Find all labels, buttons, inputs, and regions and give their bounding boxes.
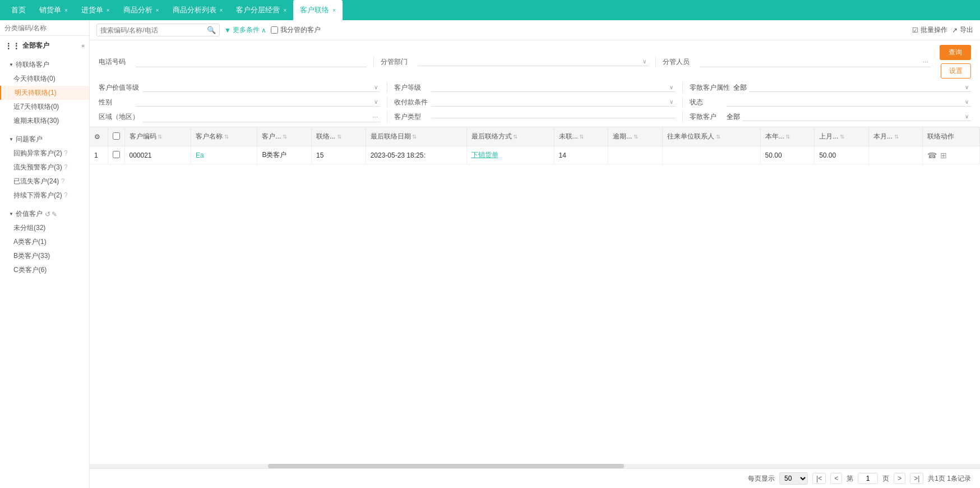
top-nav: 首页 销货单 × 进货单 × 商品分析 × 商品分析列表 × 客户分层经营 × …: [0, 0, 980, 20]
close-icon[interactable]: ×: [332, 7, 336, 13]
col-last-contact-date[interactable]: 最后联络日期: [366, 127, 466, 146]
close-icon[interactable]: ×: [64, 7, 68, 13]
sidebar-item-class-a[interactable]: A类客户(1): [0, 235, 89, 249]
col-customer-code[interactable]: 客户编码: [124, 127, 191, 146]
nav-customer-tier[interactable]: 客户分层经营 ×: [229, 0, 293, 20]
my-customers-checkbox-label[interactable]: 我分管的客户: [271, 25, 321, 35]
sidebar-item-overdue-contact[interactable]: 逾期未联络(30): [0, 114, 89, 128]
search-box[interactable]: 🔍: [96, 24, 220, 36]
sidebar-item-lost-warning[interactable]: 流失预警客户(3) ?: [0, 160, 89, 174]
nav-customer-contact[interactable]: 客户联络 ×: [293, 0, 343, 20]
col-checkbox[interactable]: [108, 127, 124, 146]
sidebar-search-box[interactable]: 🔍: [0, 20, 89, 36]
sidebar-pending-contact-header[interactable]: ▼ 待联络客户: [0, 58, 89, 72]
payment-select[interactable]: ∨: [431, 98, 676, 107]
sidebar-item-ungrouped[interactable]: 未分组(32): [0, 221, 89, 235]
customer-value-level-select[interactable]: ∨: [142, 83, 380, 92]
page-number-input[interactable]: [858, 473, 878, 484]
col-this-year[interactable]: 本年...: [760, 127, 815, 146]
sidebar-item-class-b[interactable]: B类客户(33): [0, 249, 89, 263]
sidebar-problem-customer-header[interactable]: ▼ 问题客户: [0, 132, 89, 146]
close-icon[interactable]: ×: [107, 7, 110, 13]
col-customer-class[interactable]: 客户...: [257, 127, 312, 146]
edit-icon[interactable]: ✎: [52, 210, 57, 218]
grid-action-icon[interactable]: ⊞: [940, 151, 947, 160]
filter-status: 状态 ∨: [690, 98, 971, 107]
sidebar-section-problem: ▼ 问题客户 回购异常客户(2) ? 流失预警客户(3) ? 已流失客户(24)…: [0, 130, 89, 205]
sidebar-value-customer-header[interactable]: ▼ 价值客户 ↺ ✎: [0, 207, 89, 221]
cell-last-contact-method[interactable]: 下销货单: [466, 146, 554, 164]
close-icon[interactable]: ×: [283, 7, 286, 13]
more-conditions-button[interactable]: ▼ 更多条件 ∧: [224, 25, 266, 35]
my-customers-checkbox[interactable]: [271, 26, 278, 34]
sidebar-item-already-lost[interactable]: 已流失客户(24) ?: [0, 174, 89, 188]
payment-label: 收付款条件: [394, 98, 428, 107]
retail-attr-select[interactable]: ∨: [749, 83, 971, 92]
query-group: 查询 设置: [937, 45, 971, 79]
branch-dept-select[interactable]: ∨: [418, 57, 649, 66]
customer-type-select[interactable]: [431, 116, 676, 118]
col-this-month[interactable]: 本月...: [868, 127, 923, 146]
sidebar-item-class-c[interactable]: C类客户(6): [0, 263, 89, 277]
nav-product-analysis-list[interactable]: 商品分析列表 ×: [166, 0, 230, 20]
col-overdue[interactable]: 逾期...: [608, 127, 663, 146]
nav-sales-order[interactable]: 销货单 ×: [33, 0, 75, 20]
contact-method-link[interactable]: 下销货单: [471, 151, 498, 159]
customer-level-select[interactable]: ∨: [431, 83, 676, 92]
sidebar-item-tomorrow-contact[interactable]: 明天待联络(1): [0, 86, 89, 100]
export-button[interactable]: ↗ 导出: [952, 25, 973, 35]
next-page-button[interactable]: >: [894, 473, 905, 484]
table-row: 1 000021 Ea B类客户 15 2023-05-23 18:25: 下销…: [90, 146, 980, 164]
search-input[interactable]: [100, 26, 207, 34]
close-icon[interactable]: ×: [220, 7, 223, 13]
region-select[interactable]: ···: [142, 112, 380, 122]
prev-page-button[interactable]: <: [830, 473, 842, 484]
col-contact-count[interactable]: 联络...: [312, 127, 366, 146]
nav-purchase-order[interactable]: 进货单 ×: [75, 0, 117, 20]
per-page-select[interactable]: 50 100 200: [779, 472, 808, 485]
last-page-button[interactable]: >|: [910, 473, 923, 484]
batch-operate-button[interactable]: ☑ 批量操作: [912, 25, 947, 35]
triangle-icon: ▼: [9, 137, 13, 142]
grid-icon: ⋮⋮: [4, 42, 20, 50]
horizontal-scrollbar[interactable]: [90, 464, 980, 468]
phone-action-icon[interactable]: ☎: [927, 151, 937, 160]
retail-customer-select[interactable]: ∨: [742, 112, 971, 121]
select-all-checkbox[interactable]: [113, 132, 120, 140]
nav-product-analysis[interactable]: 商品分析 ×: [117, 0, 166, 20]
sidebar-item-recent7-contact[interactable]: 近7天待联络(0): [0, 100, 89, 114]
sidebar-item-continuous-decline[interactable]: 持续下滑客户(2) ?: [0, 188, 89, 202]
col-settings[interactable]: ⚙: [90, 127, 108, 146]
gender-select[interactable]: ∨: [136, 98, 380, 107]
gender-label: 性别: [99, 98, 132, 107]
setting-button[interactable]: 设置: [941, 63, 971, 79]
filter-payment: 收付款条件 ∨: [394, 98, 676, 107]
query-button[interactable]: 查询: [940, 45, 971, 60]
refresh-icon[interactable]: ↺: [45, 210, 50, 218]
col-company-contact[interactable]: 往来单位联系人: [662, 127, 760, 146]
first-page-button[interactable]: |<: [812, 473, 826, 484]
question-icon: ?: [61, 177, 65, 185]
close-icon[interactable]: ×: [156, 7, 159, 13]
scroll-thumb[interactable]: [268, 464, 624, 468]
nav-home[interactable]: 首页: [4, 0, 33, 20]
sidebar-item-today-contact[interactable]: 今天待联络(0): [0, 72, 89, 86]
branch-person-select[interactable]: ···: [700, 57, 931, 67]
filter-row-1: 电话号码 分管部门 ∨ 分管人员 ···: [99, 45, 971, 79]
sidebar-search-input[interactable]: [4, 24, 89, 32]
cell-checkbox[interactable]: [108, 146, 124, 164]
search-button[interactable]: 🔍: [207, 26, 216, 34]
collapse-icon[interactable]: «: [81, 43, 85, 49]
sidebar-all-customers[interactable]: ⋮⋮ 全部客户 «: [0, 38, 89, 53]
sidebar-item-repurchase-abnormal[interactable]: 回购异常客户(2) ?: [0, 146, 89, 160]
row-checkbox[interactable]: [113, 151, 120, 158]
table-body: 1 000021 Ea B类客户 15 2023-05-23 18:25: 下销…: [90, 146, 980, 164]
col-customer-name[interactable]: 客户名称: [191, 127, 257, 146]
filter-branch-dept: 分管部门 ∨: [381, 57, 649, 67]
col-last-contact-method[interactable]: 最后联络方式: [466, 127, 554, 146]
col-uncontacted[interactable]: 未联...: [554, 127, 608, 146]
phone-input[interactable]: [136, 57, 367, 67]
col-last-month[interactable]: 上月...: [815, 127, 869, 146]
status-select[interactable]: ∨: [727, 98, 971, 107]
customer-level-label: 客户等级: [394, 83, 428, 93]
